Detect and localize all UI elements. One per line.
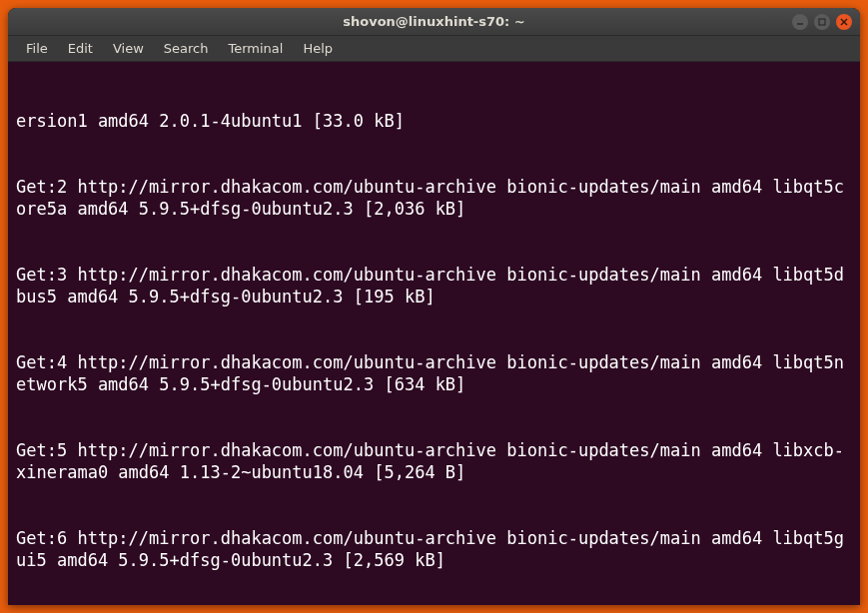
window-controls bbox=[792, 14, 852, 30]
terminal-line: Get:6 http://mirror.dhakacom.com/ubuntu-… bbox=[16, 527, 852, 571]
terminal-line: Get:3 http://mirror.dhakacom.com/ubuntu-… bbox=[16, 264, 852, 307]
terminal-window: shovon@linuxhint-s70: ~ File Edit View S… bbox=[8, 8, 860, 605]
menu-search[interactable]: Search bbox=[154, 37, 219, 60]
close-button[interactable] bbox=[836, 14, 852, 30]
terminal-line: Get:4 http://mirror.dhakacom.com/ubuntu-… bbox=[16, 351, 852, 395]
menu-terminal[interactable]: Terminal bbox=[218, 37, 293, 60]
terminal-line: Get:2 http://mirror.dhakacom.com/ubuntu-… bbox=[16, 176, 852, 220]
svg-rect-1 bbox=[819, 19, 825, 25]
menu-view[interactable]: View bbox=[103, 37, 154, 60]
window-title: shovon@linuxhint-s70: ~ bbox=[343, 14, 524, 29]
menu-help[interactable]: Help bbox=[293, 37, 343, 60]
menu-edit[interactable]: Edit bbox=[58, 37, 103, 60]
terminal-output[interactable]: ersion1 amd64 2.0.1-4ubuntu1 [33.0 kB] G… bbox=[8, 62, 860, 605]
titlebar: shovon@linuxhint-s70: ~ bbox=[8, 8, 860, 36]
terminal-line: ersion1 amd64 2.0.1-4ubuntu1 [33.0 kB] bbox=[16, 110, 852, 132]
maximize-button[interactable] bbox=[814, 14, 830, 30]
terminal-line: Get:5 http://mirror.dhakacom.com/ubuntu-… bbox=[16, 439, 852, 483]
minimize-button[interactable] bbox=[792, 14, 808, 30]
menubar: File Edit View Search Terminal Help bbox=[8, 36, 860, 62]
menu-file[interactable]: File bbox=[16, 37, 58, 60]
